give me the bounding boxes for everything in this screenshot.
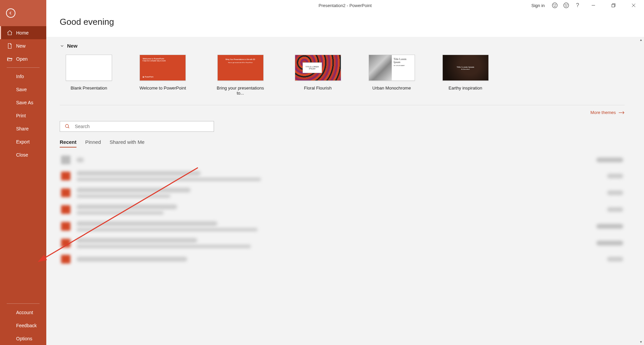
svg-point-3 — [564, 3, 569, 8]
scroll-down-icon[interactable]: ▼ — [638, 339, 644, 345]
restore-button[interactable] — [606, 0, 621, 11]
sidebar-item-info[interactable]: Info — [0, 70, 46, 83]
template-thumb: Title Lorem IpsumSit Dolor Amet — [442, 55, 489, 81]
main-content: Good evening New Blank Presentation Welc… — [46, 11, 644, 345]
title-bar-right: Sign in ? — [529, 0, 644, 11]
sidebar-label-open: Open — [16, 56, 28, 62]
sidebar-separator — [7, 303, 40, 304]
list-item[interactable] — [60, 218, 625, 235]
sidebar-separator — [7, 67, 40, 68]
face-smile-icon[interactable] — [551, 2, 558, 9]
home-icon — [7, 30, 13, 36]
recent-header-row — [60, 152, 625, 168]
template-floral[interactable]: TITLE LOREM IPSUM Floral Flourish — [295, 55, 341, 96]
svg-point-2 — [555, 5, 556, 5]
template-thumb: TITLE LOREM IPSUM — [295, 55, 341, 81]
svg-point-5 — [567, 5, 567, 5]
list-item[interactable] — [60, 168, 625, 184]
svg-point-1 — [554, 5, 554, 5]
tab-pinned[interactable]: Pinned — [85, 139, 101, 148]
recent-tabs: Recent Pinned Shared with Me — [60, 139, 625, 148]
help-icon[interactable]: ? — [574, 2, 581, 9]
more-themes-link[interactable]: More themes — [60, 110, 625, 115]
template-thumb — [66, 55, 112, 81]
search-input[interactable] — [75, 124, 209, 129]
svg-point-12 — [65, 124, 68, 127]
sidebar-item-save-as[interactable]: Save As — [0, 96, 46, 109]
list-item[interactable] — [60, 201, 625, 218]
search-icon — [65, 124, 70, 129]
search-box[interactable] — [60, 121, 214, 132]
close-button[interactable] — [626, 0, 641, 11]
new-doc-icon — [7, 43, 13, 49]
tab-recent[interactable]: Recent — [60, 139, 76, 148]
sidebar-item-open[interactable]: Open — [0, 52, 46, 65]
divider — [60, 105, 625, 105]
template-row: Blank Presentation Welcome to PowerPoint… — [60, 55, 625, 96]
sidebar-item-print[interactable]: Print — [0, 109, 46, 122]
template-monochrome[interactable]: Title Lorem IpsumSIT DOLOR AMET Urban Mo… — [369, 55, 415, 96]
face-frown-icon[interactable] — [563, 2, 570, 9]
recent-list — [60, 152, 625, 267]
scroll-up-icon[interactable]: ▲ — [638, 37, 644, 43]
svg-point-4 — [565, 5, 566, 5]
vertical-scrollbar[interactable]: ▲ ▼ — [638, 37, 644, 345]
sidebar-item-share[interactable]: Share — [0, 122, 46, 135]
sidebar-item-home[interactable]: Home — [0, 26, 46, 39]
title-bar: Presentation2 - PowerPoint Sign in ? — [46, 0, 644, 11]
list-item[interactable] — [60, 251, 625, 267]
sidebar-label-home: Home — [16, 30, 29, 36]
sidebar-item-save[interactable]: Save — [0, 83, 46, 96]
back-button[interactable] — [0, 0, 46, 26]
minimize-button[interactable] — [586, 0, 601, 11]
template-3d[interactable]: Bring Your Presentations to Life with 3D… — [214, 55, 267, 96]
list-item[interactable] — [60, 235, 625, 251]
section-new-header[interactable]: New — [60, 43, 625, 49]
list-item[interactable] — [60, 184, 625, 201]
sidebar-item-feedback[interactable]: Feedback — [0, 319, 46, 332]
sidebar-item-export[interactable]: Export — [0, 135, 46, 148]
backstage-sidebar: Home New Open Info Save Save As Print Sh… — [0, 0, 46, 345]
svg-point-0 — [552, 3, 557, 8]
template-welcome[interactable]: Welcome to PowerPoint5 tips for a simple… — [140, 55, 186, 96]
sign-in-link[interactable]: Sign in — [529, 2, 547, 9]
arrow-right-icon — [619, 111, 625, 115]
sidebar-item-close[interactable]: Close — [0, 148, 46, 161]
template-thumb: Bring Your Presentations to Life with 3D… — [217, 55, 264, 81]
folder-open-icon — [7, 56, 13, 62]
chevron-down-icon — [60, 44, 64, 48]
sidebar-item-account[interactable]: Account — [0, 306, 46, 319]
template-blank[interactable]: Blank Presentation — [66, 55, 112, 96]
template-thumb: Welcome to PowerPoint5 tips for a simple… — [140, 55, 186, 81]
template-earthy[interactable]: Title Lorem IpsumSit Dolor Amet Earthy i… — [442, 55, 489, 96]
sidebar-item-options[interactable]: Options — [0, 332, 46, 345]
window-title: Presentation2 - PowerPoint — [319, 3, 372, 8]
template-thumb: Title Lorem IpsumSIT DOLOR AMET — [369, 55, 415, 81]
sidebar-item-new[interactable]: New — [0, 39, 46, 52]
greeting-heading: Good evening — [46, 11, 644, 33]
svg-rect-8 — [612, 4, 614, 7]
tab-shared[interactable]: Shared with Me — [110, 139, 145, 148]
content-area: New Blank Presentation Welcome to PowerP… — [46, 37, 638, 345]
back-arrow-icon — [6, 8, 15, 18]
sidebar-label-new: New — [16, 43, 25, 49]
svg-line-13 — [68, 127, 69, 128]
